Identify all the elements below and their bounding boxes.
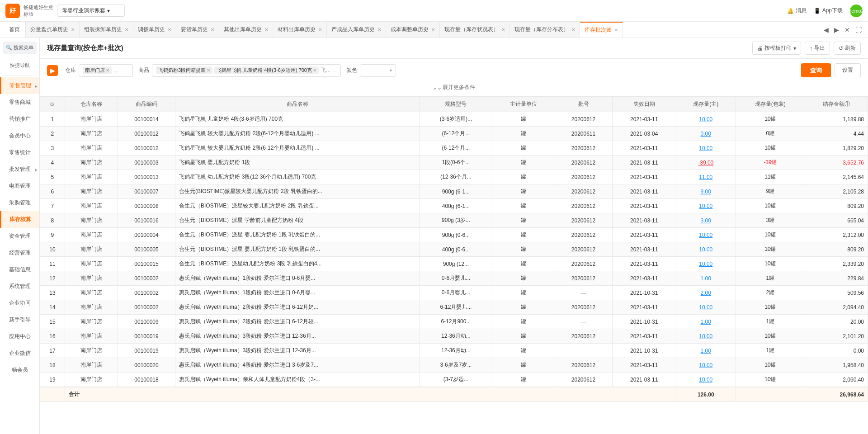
- sidebar-item-retail-stats[interactable]: 零售统计: [0, 144, 39, 161]
- sidebar-item-system-mgmt[interactable]: 系统管理: [0, 278, 39, 295]
- tab-mix-history[interactable]: 调拨单历史 ✕: [133, 22, 176, 38]
- close-icon[interactable]: ✕: [125, 27, 128, 32]
- close-icon[interactable]: ✕: [313, 68, 316, 73]
- sidebar-item-finance[interactable]: 资金管理: [0, 228, 39, 245]
- td-stock-main[interactable]: 1.00: [676, 344, 736, 358]
- td-stock-main[interactable]: 10.00: [676, 228, 736, 242]
- td-stock-main[interactable]: 10.00: [676, 257, 736, 271]
- sidebar-item-retail-store[interactable]: 零售商城: [0, 94, 39, 111]
- td-stock-main[interactable]: 10.00: [676, 112, 736, 127]
- sidebar-item-enterprise-wechat[interactable]: 企业微信: [0, 345, 39, 362]
- sidebar: 🔍 搜索菜单 快捷导航 零售管理 ▸ 零售商城 营销推广 会员中心: [0, 38, 40, 434]
- warehouse-tags[interactable]: 南岸门店 ✕ ...: [79, 64, 133, 77]
- tab-product-in-history[interactable]: 产成品入库单历史 ✕: [327, 22, 386, 38]
- settings-icon[interactable]: ⚙: [50, 101, 55, 108]
- product-tags[interactable]: 飞鹤奶粉3段丙箱提装 ✕ 飞鹤星飞帆 儿童奶粉 4段(3-6岁适用) 700克 …: [152, 64, 341, 77]
- sidebar-item-marketing[interactable]: 营销推广: [0, 111, 39, 127]
- close-icon[interactable]: ✕: [168, 27, 171, 32]
- color-input[interactable]: ▾: [360, 64, 396, 77]
- close-icon[interactable]: ✕: [431, 27, 435, 32]
- tab-next-arrow[interactable]: ▶: [831, 26, 842, 33]
- td-stock-main[interactable]: 1.00: [676, 271, 736, 286]
- td-stock-main[interactable]: 2.00: [676, 286, 736, 300]
- sidebar-item-retail-mgmt[interactable]: 零售管理 ▸: [0, 77, 39, 94]
- sidebar-item-basic-info[interactable]: 基础信息: [0, 261, 39, 278]
- tab-disassemble-history[interactable]: 组装拆卸单历史 ✕: [80, 22, 133, 38]
- td-warehouse: 南岸门店: [65, 213, 118, 228]
- td-expiry: 2021-03-11: [612, 112, 676, 127]
- td-amount: 0.00: [805, 344, 868, 358]
- tab-current-stock-status[interactable]: 现存量（库存状况表） ✕: [440, 22, 510, 38]
- query-button[interactable]: 查询: [801, 63, 831, 77]
- refresh-button[interactable]: ↺ 刷新: [834, 42, 861, 55]
- close-icon[interactable]: ✕: [264, 27, 268, 32]
- td-stock-main[interactable]: 10.00: [676, 199, 736, 213]
- td-stock-main[interactable]: 10.00: [676, 242, 736, 257]
- td-stock-main[interactable]: 0.00: [676, 127, 736, 141]
- close-icon[interactable]: ✕: [71, 27, 75, 32]
- td-stock-main[interactable]: 3.00: [676, 213, 736, 228]
- tab-home[interactable]: 首页: [4, 22, 26, 38]
- close-icon[interactable]: ✕: [571, 27, 575, 32]
- quick-nav-button[interactable]: 快捷导航: [3, 59, 37, 71]
- expand-conditions-button[interactable]: ⌄⌄ 展开更多条件: [433, 84, 475, 91]
- sidebar-item-wholesale-mgmt[interactable]: 批发管理 ▸: [0, 161, 39, 178]
- tab-requisition-history[interactable]: 要货单历史 ✕: [176, 22, 219, 38]
- sidebar-item-new-guide[interactable]: 新手引导: [0, 311, 39, 328]
- close-icon[interactable]: ✕: [501, 27, 505, 32]
- message-button[interactable]: 🔔 消息: [787, 7, 807, 14]
- sidebar-item-enterprise-collab[interactable]: 企业协同: [0, 295, 39, 311]
- td-warehouse: 南岸门店: [65, 344, 118, 358]
- td-rownum: 17: [40, 344, 65, 358]
- filter-ellipsis-more[interactable]: ...: [332, 67, 337, 74]
- close-icon[interactable]: ✕: [207, 68, 210, 73]
- search-menu-button[interactable]: 🔍 搜索菜单: [3, 42, 37, 54]
- td-stock-main[interactable]: 9.00: [676, 184, 736, 199]
- td-stock-main[interactable]: 10.00: [676, 300, 736, 315]
- tab-other-out-history[interactable]: 其他出库单历史 ✕: [219, 22, 273, 38]
- sidebar-item-ecommerce[interactable]: 电商管理: [0, 178, 39, 194]
- top-bar: 好 畅捷通好生意 标版 母婴行业演示账套 ▾ 🔔 消息 📱 App下载 demo…: [0, 0, 868, 22]
- th-settings[interactable]: ⚙: [40, 97, 65, 112]
- close-icon[interactable]: ✕: [106, 68, 109, 73]
- tab-close-all-button[interactable]: ✕: [842, 26, 853, 33]
- td-stock-main[interactable]: 10.00: [676, 329, 736, 344]
- total-stock: 126.00: [676, 387, 736, 402]
- sidebar-item-inventory[interactable]: 库存核算: [0, 211, 39, 228]
- export-button[interactable]: ↑ 导出: [805, 42, 830, 55]
- settings-button[interactable]: 设置: [835, 63, 861, 77]
- td-stock-main[interactable]: 1.00: [676, 315, 736, 329]
- filter-ellipsis[interactable]: ...: [113, 67, 118, 74]
- sidebar-item-app-center[interactable]: 应用中心: [0, 328, 39, 345]
- sidebar-item-member-benefits[interactable]: 畅会员: [0, 362, 39, 378]
- tab-prev-arrow[interactable]: ◀: [821, 26, 831, 33]
- tab-stock-batch[interactable]: 库存批次账 ✕: [580, 22, 623, 38]
- expand-filter-button[interactable]: ▶: [47, 65, 58, 76]
- user-avatar-area[interactable]: demo2: [850, 5, 863, 17]
- td-expiry: 2021-03-11: [612, 257, 676, 271]
- td-stock-main[interactable]: 10.00: [676, 373, 736, 387]
- filter-ellipsis-product[interactable]: 飞...: [321, 66, 330, 74]
- td-rownum: 11: [40, 257, 65, 271]
- industry-select[interactable]: 母婴行业演示账套 ▾: [57, 5, 125, 17]
- sidebar-item-purchase-mgmt[interactable]: 采购管理: [0, 194, 39, 211]
- close-icon[interactable]: ✕: [318, 27, 322, 32]
- template-print-button[interactable]: 🖨 按模板打印 ▾: [752, 42, 801, 55]
- td-stock-main[interactable]: 10.00: [676, 358, 736, 373]
- close-icon[interactable]: ✕: [614, 28, 618, 33]
- td-unit: 罐: [492, 184, 555, 199]
- tab-current-stock-dist[interactable]: 现存量（库存分布表） ✕: [510, 22, 580, 38]
- tab-maximize-icon[interactable]: ⛶: [853, 26, 864, 33]
- close-icon[interactable]: ✕: [211, 27, 214, 32]
- close-icon[interactable]: ✕: [377, 27, 381, 32]
- sidebar-item-member-center[interactable]: 会员中心: [0, 127, 39, 144]
- td-stock-main[interactable]: 11.00: [676, 170, 736, 184]
- tab-cost-adjust-history[interactable]: 成本调整单历史 ✕: [386, 22, 440, 38]
- sidebar-item-operations[interactable]: 经营管理: [0, 245, 39, 261]
- td-stock-main[interactable]: 10.00: [676, 141, 736, 156]
- tab-split-history[interactable]: 分量盘点单历史 ✕: [26, 22, 80, 38]
- sidebar-divider: [3, 75, 37, 75]
- app-download-button[interactable]: 📱 App下载: [814, 7, 843, 14]
- td-stock-main[interactable]: -39.00: [676, 156, 736, 170]
- tab-material-out-history[interactable]: 材料出库单历史 ✕: [273, 22, 327, 38]
